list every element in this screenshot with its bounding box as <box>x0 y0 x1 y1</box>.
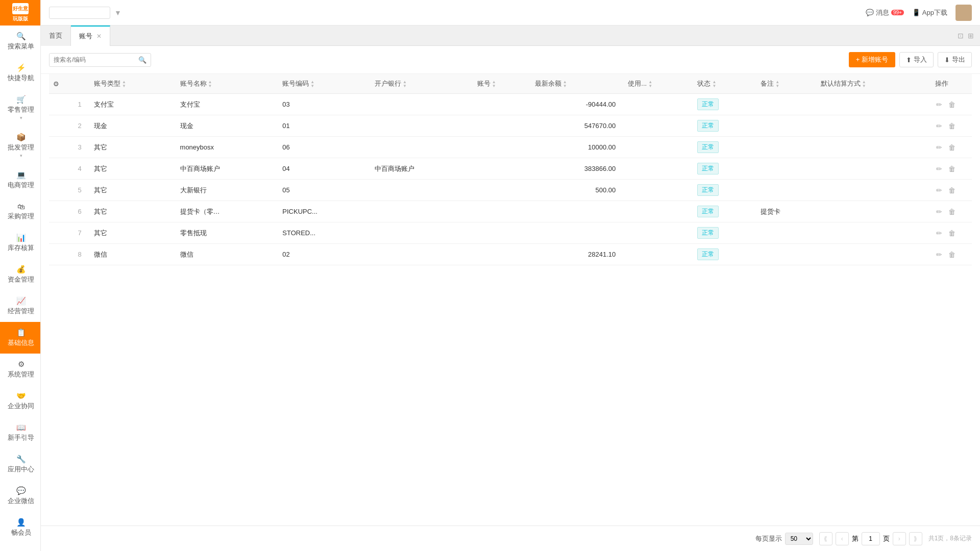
sidebar-item-wechat[interactable]: 💬 企业微信 <box>0 480 40 512</box>
notification-button[interactable]: 💬 消息 99+ <box>866 8 904 17</box>
sidebar-item-purchase[interactable]: 🛍 采购管理 <box>0 196 40 227</box>
sidebar-item-retail[interactable]: 🛒 零售管理 ▾ <box>0 89 40 127</box>
appcenter-icon: 🔧 <box>16 455 26 464</box>
col-code[interactable]: 账号编码▲▼ <box>278 74 371 94</box>
row-num: 4 <box>69 158 90 180</box>
search-box: 🔍 <box>49 53 151 67</box>
tab-account[interactable]: 账号 ✕ <box>71 26 110 46</box>
col-settings[interactable]: ⚙ <box>49 74 69 94</box>
col-type[interactable]: 账号类型▲▼ <box>90 74 176 94</box>
prev-page-button[interactable]: ‹ <box>836 532 849 545</box>
finance-icon: 💰 <box>16 265 26 274</box>
edit-button[interactable]: ✏ <box>935 228 943 238</box>
row-code: 03 <box>278 94 371 115</box>
top-search-input[interactable] <box>49 7 110 19</box>
sidebar-item-member[interactable]: 👤 畅会员 <box>0 512 40 543</box>
row-status: 正常 <box>693 222 756 244</box>
sidebar-item-basic[interactable]: 📋 基础信息 <box>0 322 40 354</box>
row-bank <box>371 94 473 115</box>
col-name[interactable]: 账号名称▲▼ <box>176 74 279 94</box>
delete-button[interactable]: 🗑 <box>947 228 957 238</box>
tab-close-account[interactable]: ✕ <box>96 33 102 40</box>
row-num: 3 <box>69 137 90 158</box>
edit-button[interactable]: ✏ <box>935 121 943 131</box>
delete-button[interactable]: 🗑 <box>947 164 957 174</box>
settings-icon: ⚙ <box>53 80 59 88</box>
row-balance: -90444.00 <box>531 94 624 115</box>
sidebar-label: 经营管理 <box>8 307 34 316</box>
sidebar-item-guide[interactable]: 📖 新手引导 <box>0 417 40 448</box>
row-name: 提货卡（零… <box>176 201 279 222</box>
row-name: 大新银行 <box>176 180 279 201</box>
sidebar-item-finance[interactable]: 💰 资金管理 <box>0 259 40 290</box>
sidebar-item-ecommerce[interactable]: 💻 电商管理 <box>0 164 40 196</box>
delete-button[interactable]: 🗑 <box>947 207 957 217</box>
search-button[interactable]: 🔍 <box>134 54 151 66</box>
sidebar-item-search[interactable]: 🔍 搜索菜单 <box>0 26 40 57</box>
sidebar-item-system[interactable]: ⚙ 系统管理 <box>0 354 40 385</box>
sidebar-item-wholesale[interactable]: 📦 批发管理 ▾ <box>0 127 40 164</box>
delete-button[interactable]: 🗑 <box>947 121 957 131</box>
row-name: 现金 <box>176 115 279 137</box>
user-avatar[interactable] <box>955 5 972 21</box>
delete-button[interactable]: 🗑 <box>947 185 957 195</box>
col-status[interactable]: 状态▲▼ <box>693 74 756 94</box>
app-logo: 好生意 玩版版 <box>0 0 40 26</box>
first-page-button[interactable]: ⟪ <box>819 532 832 545</box>
tab-minimize-icon[interactable]: ⊡ <box>958 32 964 40</box>
edit-button[interactable]: ✏ <box>935 185 943 195</box>
next-page-button[interactable]: › <box>893 532 906 545</box>
import-button[interactable]: ⬆ 导入 <box>899 52 934 67</box>
sidebar-item-shortcut[interactable]: ⚡ 快捷导航 <box>0 57 40 89</box>
edit-button[interactable]: ✏ <box>935 164 943 174</box>
row-settings <box>49 94 69 115</box>
last-page-button[interactable]: ⟫ <box>909 532 922 545</box>
row-account <box>473 244 531 265</box>
row-settings <box>49 180 69 201</box>
row-settings <box>49 137 69 158</box>
search-input[interactable] <box>50 54 134 66</box>
row-bank <box>371 180 473 201</box>
app-download-button[interactable]: 📱 App下载 <box>912 8 947 17</box>
edit-button[interactable]: ✏ <box>935 99 943 110</box>
col-usage[interactable]: 使用...▲▼ <box>624 74 693 94</box>
edit-button[interactable]: ✏ <box>935 249 943 260</box>
dropdown-arrow: ▾ <box>20 115 22 120</box>
table-row: 3 其它 moneybosx 06 10000.00 正常 ✏ 🗑 <box>49 137 972 158</box>
row-code: PICKUPC... <box>278 201 371 222</box>
edit-button[interactable]: ✏ <box>935 207 943 217</box>
add-account-button[interactable]: + 新增账号 <box>849 52 895 67</box>
delete-button[interactable]: 🗑 <box>947 99 957 110</box>
sidebar-label: 新手引导 <box>8 433 34 442</box>
col-account[interactable]: 账号▲▼ <box>473 74 531 94</box>
col-notes[interactable]: 备注▲▼ <box>756 74 816 94</box>
row-settings <box>49 158 69 180</box>
dropdown-arrow-icon[interactable]: ▼ <box>114 9 121 17</box>
delete-button[interactable]: 🗑 <box>947 249 957 260</box>
col-settlement[interactable]: 默认结算方式▲▼ <box>817 74 931 94</box>
row-balance: 28241.10 <box>531 244 624 265</box>
page-input[interactable] <box>862 532 880 545</box>
operations-icon: 📈 <box>16 296 26 306</box>
delete-button[interactable]: 🗑 <box>947 142 957 153</box>
sidebar-item-appcenter[interactable]: 🔧 应用中心 <box>0 448 40 480</box>
col-bank[interactable]: 开户银行▲▼ <box>371 74 473 94</box>
sidebar-item-operations[interactable]: 📈 经营管理 <box>0 290 40 322</box>
edit-button[interactable]: ✏ <box>935 142 943 153</box>
tab-maximize-icon[interactable]: ⊞ <box>968 32 974 40</box>
sidebar-label: 批发管理 <box>8 143 34 152</box>
tab-home[interactable]: 首页 <box>41 26 71 46</box>
row-settlement <box>817 94 931 115</box>
export-button[interactable]: ⬇ 导出 <box>938 52 972 67</box>
row-usage <box>624 201 693 222</box>
row-actions: ✏ 🗑 <box>931 115 972 137</box>
sidebar-item-inventory[interactable]: 📊 库存核算 <box>0 227 40 259</box>
sidebar-label: 快捷导航 <box>8 73 34 83</box>
status-badge: 正常 <box>697 248 719 260</box>
per-page-select[interactable]: 50 100 200 <box>785 533 813 545</box>
sidebar-item-agreement[interactable]: 🤝 企业协同 <box>0 385 40 417</box>
sidebar-label: 基础信息 <box>8 338 34 347</box>
export-icon: ⬇ <box>944 56 950 64</box>
row-notes: 提货卡 <box>756 201 816 222</box>
col-balance[interactable]: 最新余额▲▼ <box>531 74 624 94</box>
